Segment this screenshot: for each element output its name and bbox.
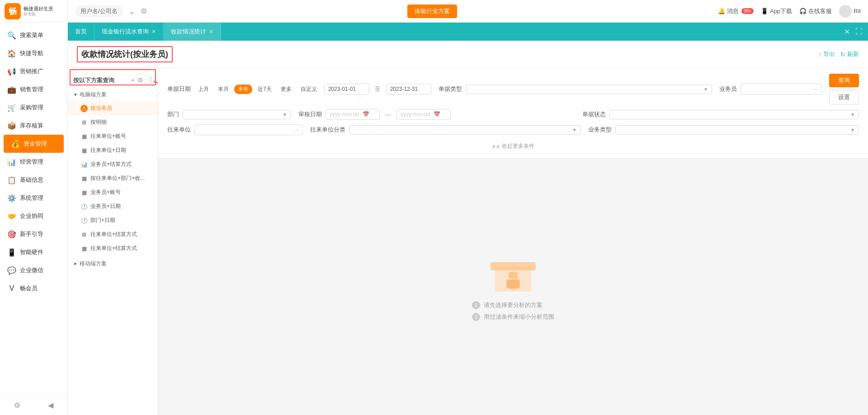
schema-group-mobile-title[interactable]: ▼ 移动端方案 xyxy=(68,257,158,270)
notifications-item[interactable]: 🔔 消息 99+ xyxy=(718,7,754,15)
settings-button[interactable]: 设置 xyxy=(829,90,859,104)
date-tab-more[interactable]: 更多 xyxy=(277,85,295,94)
sidebar-item-guide[interactable]: 🎯 新手引导 xyxy=(0,225,67,243)
schema-item-counterpart-date[interactable]: ▦ 往来单位+日期 xyxy=(68,143,158,157)
tab-bank-flow[interactable]: 现金银行流水查询 ✕ xyxy=(94,23,164,41)
tab-home[interactable]: 首页 xyxy=(68,23,94,41)
schema-group-desktop-title[interactable]: ▼ 电脑端方案 xyxy=(68,88,158,101)
tab-close-collection-stats[interactable]: ✕ xyxy=(209,28,213,35)
counterpart-category-filter: 往来单位分类 ▼ xyxy=(310,125,581,135)
sidebar-item-quick-nav[interactable]: 🏠 快捷导航 xyxy=(0,44,67,62)
dept-filter: 部门 ▼ xyxy=(167,110,291,119)
sidebar-item-enterprise[interactable]: 🤝 企业协同 xyxy=(0,207,67,225)
audit-date-to-input[interactable]: yyyy-mm-dd 📅 xyxy=(396,109,451,120)
settings-icon[interactable]: ⚙ xyxy=(14,401,20,410)
sidebar-item-wechat[interactable]: 💬 企业微信 xyxy=(0,261,67,279)
sidebar-item-finance[interactable]: 💰 资金管理 xyxy=(4,135,64,153)
system-icon: ⚙️ xyxy=(7,193,16,203)
schema-item-dept-date[interactable]: 🕐 部门+日期 xyxy=(68,213,158,227)
collapse-filters-button[interactable]: ∧∧ 收起更多条件 xyxy=(492,140,534,153)
sidebar-bottom: ⚙ ◀ xyxy=(0,395,67,415)
counterpart-category-select[interactable]: ▼ xyxy=(349,125,581,135)
topbar-gear-icon[interactable]: ⚙ xyxy=(141,7,147,15)
business-type-select[interactable]: ▼ xyxy=(615,125,859,135)
schema-item-by-detail[interactable]: ⊞ 按明细 xyxy=(68,115,158,129)
sidebar-item-basic[interactable]: 📋 基础信息 xyxy=(0,171,67,189)
service-icon: 🎧 xyxy=(799,8,807,14)
avatar xyxy=(839,5,852,18)
schema-item-counterpart-payment2[interactable]: ▦ 往来单位+结算方式 xyxy=(68,241,158,255)
date-tab-custom[interactable]: 自定义 xyxy=(297,85,321,94)
panel-collapse-icon[interactable]: 《 xyxy=(146,76,152,85)
date-to-input[interactable]: 2023-12-31 xyxy=(386,84,431,94)
date-from-input[interactable]: 2023-01-01 xyxy=(324,84,369,94)
wechat-icon: 💬 xyxy=(7,266,16,275)
schema-item-counterpart-account[interactable]: ▦ 往来单位+账号 xyxy=(68,129,158,143)
salesperson-dots-icon[interactable]: ··· xyxy=(813,86,818,92)
sidebar-item-vip[interactable]: V 畅会员 xyxy=(0,279,67,297)
counterpart-dots-icon[interactable]: ··· xyxy=(294,127,299,133)
sidebar-item-hardware[interactable]: 📱 智能硬件 xyxy=(0,243,67,261)
dept-label: 部门 xyxy=(167,110,179,118)
sidebar-item-purchase[interactable]: 🛒 采购管理 xyxy=(0,99,67,117)
export-button[interactable]: ↑ 导出 xyxy=(819,50,835,58)
schema-item-salesperson-payment[interactable]: 📊 业务员+结算方式 xyxy=(68,157,158,171)
chart-icon: 📊 xyxy=(80,161,88,168)
empty-hint-1: 1 请先选择要分析的方案 xyxy=(472,301,554,309)
table-icon: ▦ xyxy=(80,133,88,140)
empty-content-area: 1 请先选择要分析的方案 2 用过滤条件来缩小分析范围 xyxy=(158,159,868,415)
calendar2-icon[interactable]: 📅 xyxy=(434,111,440,118)
dept-select[interactable]: ▼ xyxy=(183,110,291,119)
calendar-icon[interactable]: 📅 xyxy=(363,111,369,118)
collapse-sidebar-icon[interactable]: ◀ xyxy=(48,401,53,410)
salesperson-select[interactable]: ··· xyxy=(741,84,822,94)
expand-arrow-icon: ▼ xyxy=(73,92,78,97)
voucher-status-select[interactable]: ▼ xyxy=(609,110,859,119)
close-all-icon[interactable]: ✕ xyxy=(844,28,850,36)
tab-collection-stats[interactable]: 收款情况统计 ✕ xyxy=(164,23,221,41)
business-type-label: 业务类型 xyxy=(588,126,612,134)
right-panel: 单据日期 上月 本月 本年 近7天 更多 自定义 2023-01-01 xyxy=(158,68,868,415)
sidebar-item-sales[interactable]: 💼 销售管理 xyxy=(0,80,67,99)
hardware-icon: 📱 xyxy=(7,248,16,257)
enterprise-icon: 🤝 xyxy=(7,212,16,221)
maximize-icon[interactable]: ⛶ xyxy=(855,28,863,36)
schema-item-counterpart-payment1[interactable]: ⊞ 往来单位+结算方式 xyxy=(68,227,158,241)
date-tab-this-year[interactable]: 本年 xyxy=(234,85,252,94)
date-tab-last-month[interactable]: 上月 xyxy=(194,85,212,94)
hint-text-1: 请先选择要分析的方案 xyxy=(484,301,542,309)
sidebar-item-search[interactable]: 🔍 搜索菜单 xyxy=(0,26,67,44)
dropdown-icon[interactable]: ⌄ xyxy=(128,6,135,16)
table4-icon: ▦ xyxy=(80,189,88,196)
app-download-item[interactable]: 📱 App下载 xyxy=(761,7,792,15)
tab-close-bank-flow[interactable]: ✕ xyxy=(151,28,156,35)
filter-row-1: 单据日期 上月 本月 本年 近7天 更多 自定义 2023-01-01 xyxy=(167,74,859,104)
trial-button[interactable]: 体验行业方案 xyxy=(407,5,457,18)
add-schema-button[interactable]: + xyxy=(131,76,135,85)
salesperson-filter: 业务员 ··· xyxy=(719,84,822,94)
refresh-button[interactable]: ↻ 刷新 xyxy=(840,50,859,58)
query-button[interactable]: 查询 xyxy=(829,74,859,87)
sidebar: 畅 畅捷通好生意 标准版 🔍 搜索菜单 🏠 快捷导航 📢 营销推广 💼 销售管理… xyxy=(0,0,68,415)
panel-settings-icon[interactable]: ⚙ xyxy=(137,76,143,85)
schema-item-by-salesperson[interactable]: 人 按业务员 xyxy=(68,101,158,115)
schema-item-counterpart-dept[interactable]: ▦ 按往来单位+部门+收... xyxy=(68,171,158,185)
date-tab-this-month[interactable]: 本月 xyxy=(214,85,232,94)
schema-item-salesperson-date[interactable]: 🕐 业务员+日期 xyxy=(68,199,158,213)
audit-date-from-input[interactable]: yyyy-mm-dd 📅 xyxy=(326,109,380,120)
user-avatar[interactable]: Rit xyxy=(839,5,861,18)
sidebar-item-inventory[interactable]: 📦 库存核算 xyxy=(0,117,67,135)
schema-item-salesperson-account[interactable]: ▦ 业务员+账号 xyxy=(68,185,158,199)
sidebar-item-marketing[interactable]: 📢 营销推广 xyxy=(0,62,67,80)
active-item-icon: 人 xyxy=(80,105,88,112)
online-service-item[interactable]: 🎧 在线客服 xyxy=(799,7,832,15)
voucher-type-select[interactable]: ▼ xyxy=(466,85,712,94)
salesperson-label: 业务员 xyxy=(719,85,737,93)
inventory-icon: 📦 xyxy=(7,121,16,130)
refresh-icon: ↻ xyxy=(840,51,845,58)
sidebar-item-system[interactable]: ⚙️ 系统管理 xyxy=(0,189,67,207)
counterpart-select[interactable]: ··· xyxy=(194,124,303,135)
date-filter-item: 单据日期 上月 本月 本年 近7天 更多 自定义 2023-01-01 xyxy=(167,84,431,94)
date-tab-7days[interactable]: 近7天 xyxy=(254,85,275,94)
sidebar-item-operations[interactable]: 📊 经营管理 xyxy=(0,153,67,171)
